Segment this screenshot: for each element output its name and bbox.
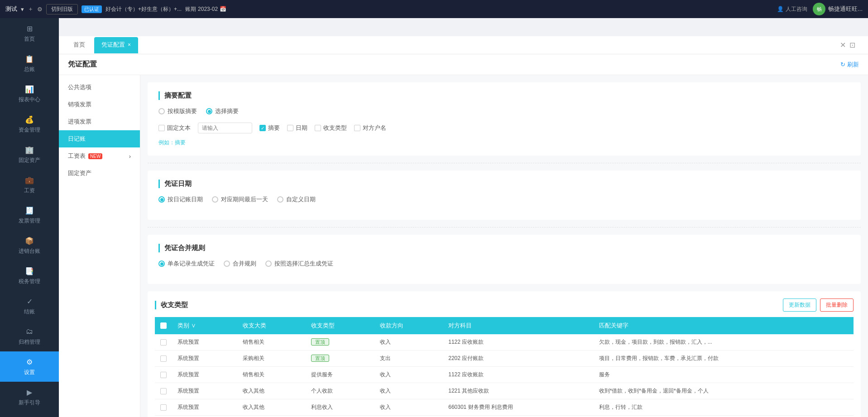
sidebar-item-purchase-sales[interactable]: 📦 进销台账: [0, 230, 59, 261]
sidebar-label-tax: 税务管理: [19, 278, 40, 285]
sidebar-item-home[interactable]: ⊞ 首页: [0, 18, 59, 48]
nav-item-journal[interactable]: 日记账: [59, 130, 140, 147]
batch-delete-button[interactable]: 批量删除: [820, 299, 854, 312]
radio-circle-select: [206, 108, 212, 114]
service-label: 人工咨询: [786, 5, 807, 13]
row-category-3: 系统预置: [172, 383, 237, 399]
row-checkbox-cell: [155, 351, 172, 367]
checkbox-summary[interactable]: ✓ 摘要: [259, 124, 280, 132]
account-tags: 好会计（专）+好生意（标）+...: [106, 5, 182, 13]
sidebar-item-general-ledger[interactable]: 📋 总账: [0, 48, 59, 79]
header-category: 类别 ∨: [172, 317, 237, 334]
tax-icon: 📑: [24, 266, 34, 276]
radio-circle-period-last: [212, 196, 218, 203]
row-direction-3: 收入: [374, 383, 443, 399]
row-checkbox-3[interactable]: [160, 388, 167, 394]
radio-custom-date[interactable]: 自定义日期: [277, 195, 316, 204]
sidebar-item-settlement[interactable]: ✓ 结账: [0, 291, 59, 321]
row-checkbox-4[interactable]: [160, 404, 167, 411]
row-type-1: 置顶: [306, 351, 374, 367]
nav-item-payroll[interactable]: 工资表 NEW ›: [59, 147, 140, 165]
sidebar-item-invoice[interactable]: 🧾 发票管理: [0, 200, 59, 230]
row-category-2: 系统预置: [172, 367, 237, 383]
sidebar-item-reports[interactable]: 📊 报表中心: [0, 79, 59, 109]
sidebar-item-funds[interactable]: 💰 资金管理: [0, 109, 59, 139]
summary-checkbox-row: 固定文本 ✓ 摘要 日期 收支类型: [158, 123, 850, 133]
expand-arrow-icon: ›: [129, 153, 131, 160]
row-account-2: 1122 应收账款: [443, 367, 593, 383]
radio-merge-rule[interactable]: 合并规则: [224, 260, 256, 268]
top-bar-right: 👤 人工咨询 畅 畅捷通旺旺...: [777, 3, 863, 15]
radio-select-summary[interactable]: 选择摘要: [206, 107, 239, 115]
sidebar-item-tax[interactable]: 📑 税务管理: [0, 261, 59, 291]
sidebar-label-salary: 工资: [24, 187, 35, 194]
row-checkbox-2[interactable]: [160, 372, 167, 378]
checkbox-income-type[interactable]: 收支类型: [315, 124, 347, 132]
sidebar-label-purchase-sales: 进销台账: [19, 247, 40, 255]
fixed-text-input[interactable]: [198, 123, 252, 133]
salary-icon: 💼: [24, 175, 34, 185]
checkbox-label-income-type: 收支类型: [323, 124, 347, 132]
checkbox-date[interactable]: 日期: [287, 124, 307, 132]
checkbox-box-fixed: [158, 125, 165, 131]
radio-template-summary[interactable]: 按模版摘要: [158, 107, 197, 115]
row-bigtype-1: 采购相关: [237, 351, 306, 367]
radio-single-record[interactable]: 单条记录生成凭证: [158, 260, 215, 268]
settings-icon[interactable]: ⚙: [37, 6, 43, 13]
calendar-icon[interactable]: 📅: [220, 6, 226, 12]
sidebar-item-salary[interactable]: 💼 工资: [0, 170, 59, 200]
nav-item-purchase-invoice[interactable]: 进项发票: [59, 113, 140, 130]
header-checkbox[interactable]: [160, 322, 167, 329]
sidebar-item-settings[interactable]: ⚙ 设置: [0, 351, 59, 382]
row-checkbox-1[interactable]: [160, 355, 167, 362]
nav-item-sales-invoice[interactable]: 销项发票: [59, 96, 140, 113]
service-button[interactable]: 👤 人工咨询: [777, 5, 807, 13]
checkbox-box-income-type: [315, 125, 321, 131]
tab-home[interactable]: 首页: [66, 37, 92, 53]
checkbox-counterpart[interactable]: 对方户名: [354, 124, 386, 132]
radio-period-last-day[interactable]: 对应期间最后一天: [212, 195, 268, 204]
radio-journal-date[interactable]: 按日记账日期: [158, 195, 203, 204]
checkbox-label-date: 日期: [296, 124, 307, 132]
row-checkbox-0[interactable]: [160, 339, 167, 346]
sidebar-item-member[interactable]: ♦ 畅会员: [0, 412, 59, 417]
radio-label-journal-date: 按日记账日期: [168, 195, 203, 204]
sidebar-item-archive[interactable]: 🗂 归档管理: [0, 321, 59, 351]
tab-close-icon[interactable]: ×: [128, 42, 131, 48]
checkbox-label-counterpart: 对方户名: [363, 124, 386, 132]
nav-label-journal: 日记账: [68, 135, 86, 143]
checkbox-fixed-text[interactable]: 固定文本: [158, 124, 191, 132]
radio-circle-template: [158, 108, 165, 114]
top-badge-0[interactable]: 置顶: [311, 338, 329, 346]
top-badge-1[interactable]: 置顶: [311, 355, 329, 362]
company-dropdown[interactable]: ▾: [21, 6, 24, 13]
username-label: 畅捷通旺旺...: [828, 5, 863, 13]
sidebar-item-fixed-assets[interactable]: 🏢 固定资产: [0, 139, 59, 170]
row-direction-4: 收入: [374, 399, 443, 416]
nav-label-fixed-assets-config: 固定资产: [68, 169, 91, 177]
radio-aggregate[interactable]: 按照选择汇总生成凭证: [265, 260, 333, 268]
checkbox-box-date: [287, 125, 293, 131]
refresh-button[interactable]: ↻ 刷新: [840, 61, 859, 69]
summary-config-title: 摘要配置: [158, 91, 850, 100]
switch-version-button[interactable]: 切到旧版: [46, 4, 78, 14]
divider-2: [148, 227, 861, 227]
close-window-icon[interactable]: ✕: [840, 41, 846, 49]
row-direction-1: 支出: [374, 351, 443, 367]
main-wrapper: 首页 凭证配置 × ✕ ⊡ 凭证配置 ↻ 刷新 公共选项 销项发票 进: [59, 36, 868, 417]
row-checkbox-cell: [155, 334, 172, 351]
maximize-window-icon[interactable]: ⊡: [849, 41, 855, 49]
add-icon[interactable]: ＋: [28, 5, 34, 13]
header-checkbox-col: [155, 317, 172, 334]
nav-item-fixed-assets-config[interactable]: 固定资产: [59, 165, 140, 182]
sidebar-item-guide[interactable]: ▶ 新手引导: [0, 382, 59, 412]
refresh-icon: ↻: [840, 61, 845, 68]
row-direction-2: 收入: [374, 367, 443, 383]
radio-circle-single: [158, 261, 165, 267]
user-menu[interactable]: 畅 畅捷通旺旺...: [813, 3, 863, 15]
nav-item-public[interactable]: 公共选项: [59, 79, 140, 96]
period-info: 账期 2023-02 📅: [185, 5, 226, 13]
tab-voucher-config[interactable]: 凭证配置 ×: [94, 37, 138, 53]
update-data-button[interactable]: 更新数据: [783, 299, 816, 312]
radio-label-single: 单条记录生成凭证: [168, 260, 215, 268]
